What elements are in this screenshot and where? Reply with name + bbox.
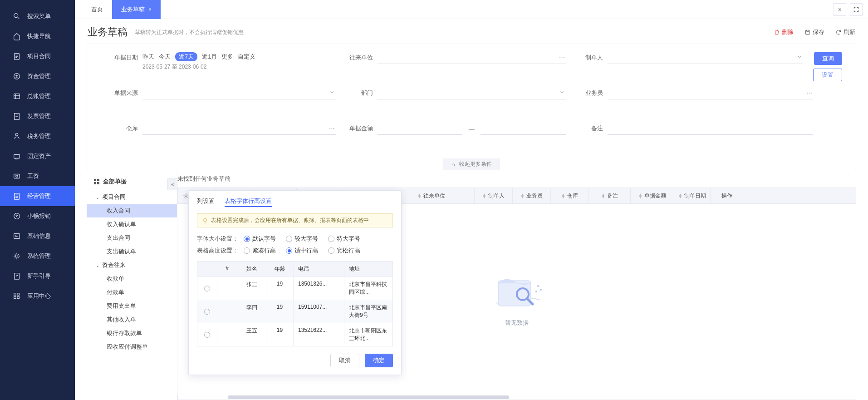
radio-font-default[interactable]: 默认字号 bbox=[244, 235, 276, 243]
party-input[interactable] bbox=[378, 52, 566, 64]
date-opt-7d[interactable]: 近7天 bbox=[175, 52, 197, 61]
source-input[interactable] bbox=[142, 88, 336, 99]
refresh-label: 刷新 bbox=[843, 28, 855, 36]
modal-tab-columns[interactable]: 列设置 bbox=[197, 197, 215, 207]
row-height-row: 表格高度设置： 紧凑行高 适中行高 宽松行高 bbox=[189, 245, 401, 257]
apps-icon bbox=[13, 292, 21, 300]
grid-col-header[interactable]: ▲▼业务员 bbox=[513, 188, 551, 203]
sidebar-item[interactable]: 总账管理 bbox=[0, 86, 75, 106]
date-opt-yesterday[interactable]: 昨天 bbox=[142, 53, 154, 61]
sidebar-item[interactable]: 工资 bbox=[0, 166, 75, 186]
tree-leaf[interactable]: 其他收入单 bbox=[87, 313, 177, 326]
grid-col-header[interactable]: ▲▼制单日期 bbox=[674, 188, 711, 203]
collapse-filters-button[interactable]: 收起更多条件 bbox=[443, 158, 500, 170]
more-icon[interactable]: ⋯ bbox=[329, 125, 335, 132]
tab-home[interactable]: 首页 bbox=[82, 0, 112, 19]
tree-leaf[interactable]: 支出合同 bbox=[87, 231, 177, 245]
scrollbar-thumb[interactable] bbox=[228, 395, 509, 399]
sidebar-item[interactable]: 系统管理 bbox=[0, 246, 75, 266]
grid-col-label: 仓库 bbox=[567, 192, 578, 200]
remark-input[interactable] bbox=[608, 123, 813, 135]
tree-leaf[interactable]: 收入确认单 bbox=[87, 217, 177, 231]
amount-to-input[interactable] bbox=[481, 123, 566, 135]
modal-tab-font[interactable]: 表格字体行高设置 bbox=[225, 197, 272, 207]
sidebar-item[interactable]: 新手引导 bbox=[0, 266, 75, 286]
radio-height-compact[interactable]: 紧凑行高 bbox=[244, 247, 276, 255]
maker-input[interactable] bbox=[608, 52, 803, 64]
cancel-button[interactable]: 取消 bbox=[330, 354, 359, 367]
tree-leaf[interactable]: 收款单 bbox=[87, 272, 177, 286]
sample-row-radio[interactable] bbox=[197, 300, 217, 323]
sidebar-item-label: 发票管理 bbox=[27, 112, 51, 120]
close-icon[interactable]: × bbox=[148, 0, 152, 19]
sidebar-item-label: 基础信息 bbox=[27, 232, 51, 240]
grid-col-header[interactable]: ▲▼单据金额 bbox=[631, 188, 674, 203]
ok-button[interactable]: 确定 bbox=[365, 354, 393, 367]
radio-font-large[interactable]: 较大字号 bbox=[286, 235, 318, 243]
tree-group-project[interactable]: ⌄项目合同 bbox=[87, 190, 177, 204]
radio-label: 较大字号 bbox=[294, 235, 318, 243]
radio-height-loose[interactable]: 宽松行高 bbox=[328, 247, 360, 255]
tree-header[interactable]: 全部单据 bbox=[87, 173, 177, 190]
tree-group-fund[interactable]: ⌄资金往来 bbox=[87, 258, 177, 272]
tabbar-actions: × bbox=[830, 3, 868, 16]
chevron-down-icon[interactable] bbox=[559, 89, 565, 96]
sidebar-item[interactable]: 项目合同 bbox=[0, 46, 75, 66]
tree-leaf[interactable]: 付款单 bbox=[87, 286, 177, 299]
tree-group-project-label: 项目合同 bbox=[102, 193, 126, 201]
sidebar-item[interactable]: 基础信息 bbox=[0, 226, 75, 246]
grid-col-header[interactable]: ▲▼仓库 bbox=[551, 188, 589, 203]
horizontal-scrollbar[interactable] bbox=[177, 395, 856, 400]
chevron-down-icon[interactable] bbox=[797, 54, 802, 61]
sidebar-item[interactable]: 应用中心 bbox=[0, 286, 75, 306]
row-height-label: 表格高度设置： bbox=[197, 247, 238, 255]
dept-input[interactable] bbox=[378, 88, 566, 99]
date-opt-1m[interactable]: 近1月 bbox=[202, 53, 217, 61]
chevron-down-icon[interactable] bbox=[329, 89, 335, 96]
tree-collapse-handle[interactable]: « bbox=[167, 178, 177, 190]
delete-button[interactable]: 删除 bbox=[774, 28, 794, 36]
sidebar-item[interactable]: 固定资产 bbox=[0, 146, 75, 166]
radio-label: 宽松行高 bbox=[337, 247, 360, 255]
grid-col-header[interactable]: ▲▼备注 bbox=[589, 188, 631, 203]
sales-input[interactable] bbox=[608, 88, 813, 99]
sidebar-item[interactable]: 经营管理 bbox=[0, 186, 75, 206]
date-opt-custom[interactable]: 自定义 bbox=[238, 53, 255, 61]
tab-draft[interactable]: 业务草稿 × bbox=[112, 0, 161, 19]
filter-party-label: 往来单位 bbox=[336, 52, 378, 62]
tree-leaf[interactable]: 支出确认单 bbox=[87, 245, 177, 258]
settings-button[interactable]: 设置 bbox=[813, 69, 842, 81]
tree-leaf[interactable]: 收入合同 bbox=[87, 204, 177, 217]
more-icon[interactable]: ⋯ bbox=[806, 89, 812, 96]
radio-height-medium[interactable]: 适中行高 bbox=[286, 247, 318, 255]
amount-from-input[interactable] bbox=[378, 123, 463, 135]
radio-label: 紧凑行高 bbox=[252, 247, 276, 255]
sidebar-item[interactable]: 税务管理 bbox=[0, 126, 75, 146]
sample-row-radio[interactable] bbox=[197, 323, 217, 346]
date-opt-more[interactable]: 更多 bbox=[221, 53, 233, 61]
sample-row-radio[interactable] bbox=[197, 277, 217, 300]
sidebar-item[interactable]: 资金管理 bbox=[0, 66, 75, 86]
radio-font-xlarge[interactable]: 特大字号 bbox=[328, 235, 360, 243]
warehouse-input[interactable] bbox=[142, 123, 336, 135]
refresh-button[interactable]: 刷新 bbox=[835, 28, 855, 36]
sidebar-item[interactable]: 搜索菜单 bbox=[0, 6, 75, 26]
tree-leaf[interactable]: 银行存取款单 bbox=[87, 326, 177, 340]
grid-col-header[interactable]: 操作 bbox=[711, 188, 743, 203]
tree-leaf[interactable]: 费用支出单 bbox=[87, 299, 177, 313]
sidebar-item[interactable]: 小畅报销 bbox=[0, 206, 75, 226]
more-icon[interactable]: ⋯ bbox=[559, 54, 565, 61]
svg-rect-16 bbox=[14, 296, 16, 299]
tree-leaf[interactable]: 应收应付调整单 bbox=[87, 340, 177, 354]
grid-col-label: 往来单位 bbox=[423, 192, 445, 200]
save-button[interactable]: 保存 bbox=[804, 28, 824, 36]
cancel-label: 取消 bbox=[339, 356, 351, 365]
svg-rect-15 bbox=[17, 293, 20, 296]
fullscreen-button[interactable] bbox=[850, 3, 863, 16]
tab-close-all-button[interactable]: × bbox=[834, 3, 846, 16]
sidebar-item[interactable]: 快捷导航 bbox=[0, 26, 75, 46]
grid-col-header[interactable]: ▲▼制单人 bbox=[475, 188, 513, 203]
date-opt-today[interactable]: 今天 bbox=[159, 53, 171, 61]
query-button[interactable]: 查询 bbox=[814, 52, 842, 65]
sidebar-item[interactable]: 发票管理 bbox=[0, 106, 75, 126]
